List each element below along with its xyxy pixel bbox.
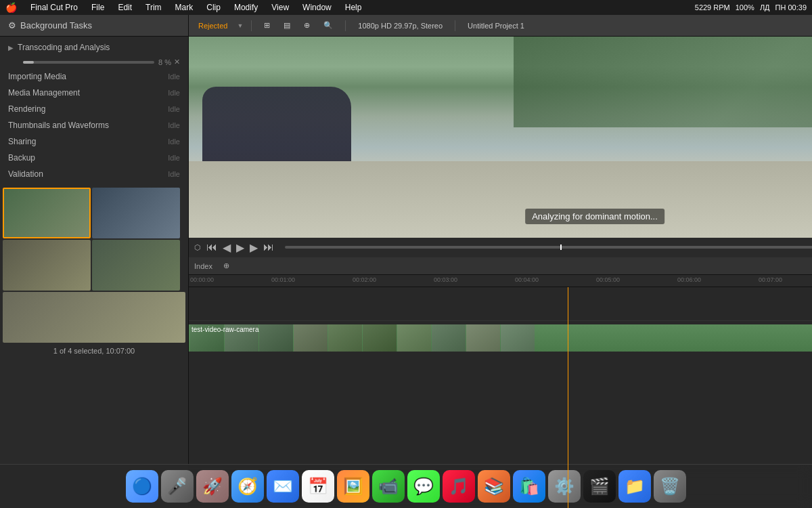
task-thumbnails: Thumbnails and Waveforms Idle (0, 117, 188, 133)
apple-menu[interactable]: 🍎 (5, 2, 17, 13)
dock-books[interactable]: 📚 (478, 470, 510, 503)
help-menu[interactable]: Help (342, 3, 365, 12)
play-forward-button[interactable]: ⏭ (263, 241, 274, 253)
filmstrip-row-2 (3, 240, 185, 291)
filmstrip-row-3 (3, 292, 185, 343)
main-container: ⚙ Background Tasks ▶ Transcoding and Ana… (0, 15, 812, 508)
dock-fcp[interactable]: 🎬 (583, 470, 616, 503)
progress-stop-icon[interactable]: ✕ (174, 58, 180, 66)
mark-menu[interactable]: Mark (173, 3, 196, 12)
syspref-icon: ⚙️ (554, 477, 574, 496)
dock-finder2[interactable]: 📁 (618, 470, 651, 503)
modify-menu[interactable]: Modify (231, 3, 261, 12)
timeline-track: test-video-raw-camera (189, 324, 812, 355)
clip-menu[interactable]: Clip (204, 3, 223, 12)
edit-menu[interactable]: Edit (115, 3, 135, 12)
prev-frame-button[interactable]: ◀ (223, 241, 231, 254)
track-thumb (432, 324, 466, 352)
task-status-sharing: Idle (168, 137, 180, 146)
separator-2 (345, 20, 346, 31)
task-progress-row: 8 % ✕ (0, 56, 188, 68)
list-view-button[interactable]: ⊞ (260, 20, 274, 31)
filmstrip-row-1 (3, 188, 185, 238)
task-validation: Validation Idle (0, 166, 188, 182)
app-name-menu[interactable]: Final Cut Pro (28, 3, 81, 12)
trim-menu[interactable]: Trim (143, 3, 164, 12)
separator-3 (455, 20, 455, 31)
battery-display: 100% (736, 3, 754, 12)
add-marker-button[interactable]: ⊕ (223, 261, 229, 270)
task-status-thumbnails: Idle (168, 121, 180, 129)
dock-messages[interactable]: 💬 (407, 470, 440, 503)
dock-finder[interactable]: 🔵 (126, 470, 158, 503)
search-button[interactable]: 🔍 (319, 20, 337, 31)
track-clip[interactable]: test-video-raw-camera (189, 324, 812, 352)
thumb-1[interactable] (3, 188, 91, 238)
dock-music[interactable]: 🎵 (443, 470, 475, 503)
task-arrow-icon: ▶ (8, 44, 14, 51)
progress-bar-fill (23, 61, 34, 64)
dock-mail[interactable]: ✉️ (267, 470, 299, 503)
preview-overlay: Analyzing for dominant motion... (525, 209, 664, 224)
task-status-rendering: Idle (168, 105, 180, 113)
background-tasks-header: ⚙ Background Tasks (0, 15, 188, 37)
timeline-empty-track (189, 287, 812, 321)
filter-button[interactable]: ⊕ (300, 20, 314, 31)
trash-icon: 🗑️ (660, 477, 680, 496)
dock-appstore[interactable]: 🛍️ (513, 470, 545, 503)
dock-syspref[interactable]: ⚙️ (548, 470, 581, 503)
menubar-left: 🍎 Final Cut Pro File Edit Trim Mark Clip… (5, 2, 364, 13)
file-menu[interactable]: File (89, 3, 107, 12)
dock-siri[interactable]: 🎤 (161, 470, 194, 503)
dock-calendar[interactable]: 📅 (302, 470, 334, 503)
thumb-3[interactable] (3, 240, 91, 291)
view-menu[interactable]: View (269, 3, 292, 12)
bg-tasks-title: Background Tasks (20, 20, 92, 30)
task-name-validation: Validation (8, 169, 168, 179)
playhead (560, 245, 562, 250)
ruler-mark-0: 00:00:00 (189, 275, 270, 283)
task-name-rendering: Rendering (8, 104, 168, 114)
filmstrip-view-button[interactable]: ▤ (279, 20, 294, 31)
dock-safari[interactable]: 🧭 (231, 470, 264, 503)
task-status-validation: Idle (168, 170, 180, 178)
task-media-mgmt: Media Management Idle (0, 85, 188, 101)
safari-icon: 🧭 (238, 477, 258, 496)
dock-photos[interactable]: 🖼️ (337, 470, 369, 503)
task-name-media-mgmt: Media Management (8, 88, 168, 98)
music-icon: 🎵 (449, 477, 469, 496)
ruler-mark-1: 00:01:00 (270, 275, 351, 283)
thumb-5[interactable] (3, 292, 185, 343)
window-menu[interactable]: Window (300, 3, 334, 12)
calendar-icon: 📅 (308, 477, 328, 496)
play-reverse-button[interactable]: ⏮ (206, 241, 217, 253)
task-name-importing: Importing Media (8, 72, 168, 81)
books-icon: 📚 (484, 477, 504, 496)
thumb-4[interactable] (92, 240, 180, 291)
task-sharing: Sharing Idle (0, 133, 188, 150)
task-status-importing: Idle (168, 72, 180, 81)
next-frame-button[interactable]: ▶ (250, 241, 258, 254)
dock-launchpad[interactable]: 🚀 (196, 470, 229, 503)
ruler-mark-4: 00:04:00 (514, 275, 595, 283)
play-button[interactable]: ▶ (236, 241, 244, 254)
task-status-media-mgmt: Idle (168, 89, 180, 97)
thumb-2[interactable] (92, 188, 180, 238)
ruler-mark-6: 00:06:00 (676, 275, 757, 283)
rpm-display: 5229 RPM (695, 3, 730, 12)
progress-text: 8 % (158, 58, 171, 66)
task-rendering: Rendering Idle (0, 101, 188, 117)
photos-icon: 🖼️ (343, 477, 363, 496)
transform-button[interactable]: ⬡ (194, 243, 201, 252)
menubar: 🍎 Final Cut Pro File Edit Trim Mark Clip… (0, 0, 812, 15)
toolbar: Rejected ▼ ⊞ ▤ ⊕ 🔍 1080p HD 29.97p, Ster… (189, 15, 812, 37)
project-label: Untitled Project 1 (464, 20, 528, 31)
rejected-button[interactable]: Rejected (194, 20, 231, 31)
dock-facetime[interactable]: 📹 (372, 470, 405, 503)
dock-trash[interactable]: 🗑️ (654, 470, 686, 503)
messages-icon: 💬 (413, 477, 434, 496)
track-thumb (259, 324, 293, 352)
preview-pane: Analyzing for dominant motion... ⬡ ⏮ ◀ ▶… (189, 37, 812, 257)
playhead-bar[interactable] (285, 246, 812, 249)
dropdown-arrow-icon[interactable]: ▼ (237, 22, 243, 29)
